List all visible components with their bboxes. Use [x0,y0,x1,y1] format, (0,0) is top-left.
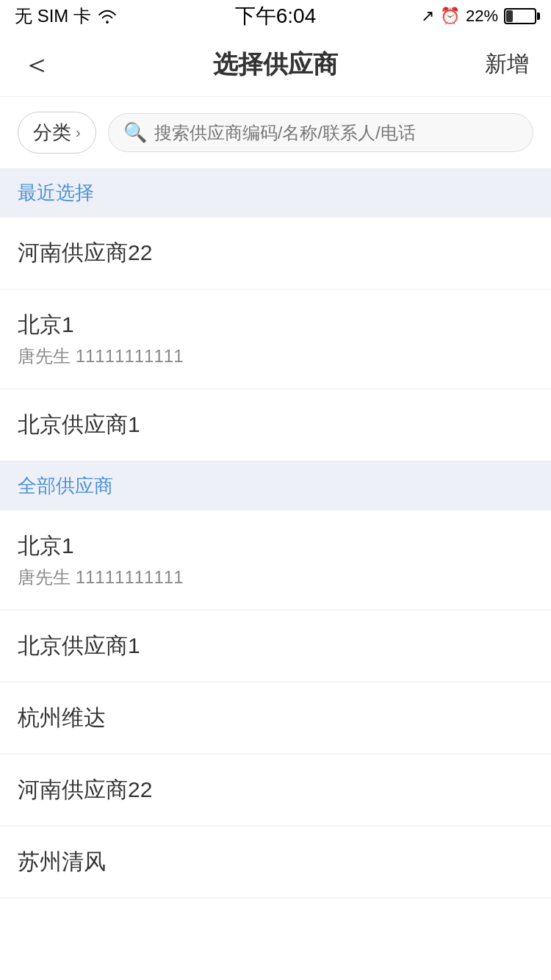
list-item[interactable]: 苏州清风 [0,826,551,898]
battery-text: 22% [466,7,498,26]
all-list: 北京1 唐先生 11111111111 北京供应商1 杭州维达 河南供应商22 … [0,511,551,898]
status-bar-right: ↗ ⏰ 22% [421,7,536,26]
item-sub: 唐先生 11111111111 [18,566,533,589]
recent-list: 河南供应商22 北京1 唐先生 11111111111 北京供应商1 [0,217,551,461]
battery-indicator [504,8,536,24]
list-item[interactable]: 北京1 唐先生 11111111111 [0,289,551,389]
wifi-icon [97,9,118,24]
list-item[interactable]: 河南供应商22 [0,754,551,826]
alarm-icon: ⏰ [440,7,460,26]
list-item[interactable]: 北京供应商1 [0,389,551,461]
item-name: 苏州清风 [18,847,533,877]
item-name: 杭州维达 [18,703,533,733]
recent-section-header: 最近选择 [0,168,551,217]
filter-bar: 分类 › 🔍 [0,97,551,168]
search-icon: 🔍 [123,121,147,144]
item-name: 北京1 [18,310,533,340]
recent-section-label: 最近选择 [18,181,94,203]
location-icon: ↗ [421,7,434,26]
search-box[interactable]: 🔍 [108,113,533,152]
item-sub: 唐先生 11111111111 [18,345,533,368]
list-item[interactable]: 杭州维达 [0,682,551,754]
page-title: 选择供应商 [213,48,338,82]
item-name: 河南供应商22 [18,775,533,805]
item-name: 北京1 [18,531,533,561]
item-name: 河南供应商22 [18,238,533,268]
category-filter[interactable]: 分类 › [18,112,96,154]
list-item[interactable]: 北京供应商1 [0,610,551,682]
status-bar: 无 SIM 卡 下午6:04 ↗ ⏰ 22% [0,0,551,32]
item-name: 北京供应商1 [18,410,533,440]
back-button[interactable]: ＜ [22,44,66,84]
sim-text: 无 SIM 卡 [15,4,91,28]
list-item[interactable]: 北京1 唐先生 11111111111 [0,511,551,610]
add-button[interactable]: 新增 [485,49,529,79]
category-label: 分类 [33,120,71,145]
list-item[interactable]: 河南供应商22 [0,217,551,289]
status-bar-left: 无 SIM 卡 [15,4,118,28]
all-section-header: 全部供应商 [0,461,551,511]
search-input[interactable] [154,123,518,143]
item-name: 北京供应商1 [18,631,533,661]
nav-bar: ＜ 选择供应商 新增 [0,32,551,97]
chevron-right-icon: › [76,124,81,141]
all-section-label: 全部供应商 [18,475,113,497]
status-bar-time: 下午6:04 [235,2,317,30]
